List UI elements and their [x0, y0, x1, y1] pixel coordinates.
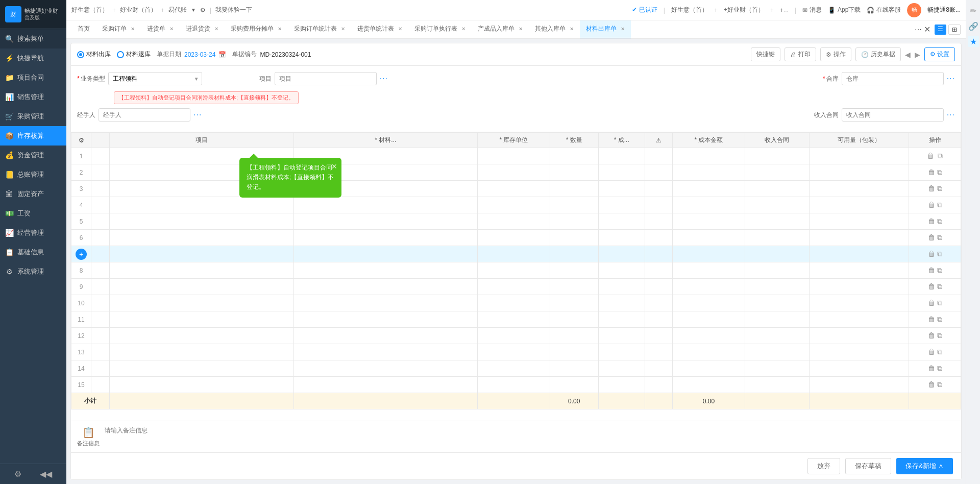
save-draft-button[interactable]: 保存草稿	[845, 458, 891, 474]
contract-more[interactable]: ···	[947, 110, 955, 119]
tab-close-goods[interactable]: ✕	[169, 26, 174, 32]
delete-icon[interactable]: 🗑	[928, 348, 935, 356]
delete-icon[interactable]: 🗑	[928, 250, 935, 258]
tab-grid-view[interactable]: ⊞	[948, 25, 961, 35]
sidebar-item-inventory[interactable]: 📦 库存核算	[0, 126, 66, 146]
row-unit[interactable]	[478, 148, 550, 164]
sidebar-item-accounting[interactable]: 📒 总账管理	[0, 165, 66, 184]
tab-close-stats[interactable]: ✕	[341, 26, 345, 32]
delete-icon[interactable]: 🗑	[928, 201, 935, 209]
sidebar-item-salary[interactable]: 💵 工资	[0, 204, 66, 223]
topbar-good-business2[interactable]: 好生意（首）	[671, 6, 708, 14]
sidebar-item-quick[interactable]: ⚡ 快捷导航	[0, 49, 66, 68]
tab-other-in[interactable]: 其他入库单 ✕	[529, 20, 580, 39]
right-tool-edit[interactable]: ✏	[968, 5, 979, 16]
tab-close-goods-stats[interactable]: ✕	[398, 26, 402, 32]
history-btn[interactable]: 🕐 历史单据	[855, 47, 901, 61]
topbar-trial[interactable]: 我要体验一下	[215, 6, 252, 14]
tab-purchase-stats[interactable]: 采购订单统计表 ✕	[288, 20, 351, 39]
row-cost[interactable]	[598, 148, 645, 164]
delete-icon[interactable]: 🗑	[928, 380, 935, 389]
tab-close-fee[interactable]: ✕	[278, 26, 282, 32]
sidebar-item-finance[interactable]: 💰 资金管理	[0, 146, 66, 165]
tab-purchase-order[interactable]: 采购订单 ✕	[96, 20, 141, 39]
tab-goods-receipt[interactable]: 进货单 ✕	[141, 20, 180, 39]
tab-close-exec[interactable]: ✕	[461, 26, 465, 32]
tooltip-close[interactable]: ✕	[331, 161, 337, 172]
project-input[interactable]	[275, 72, 377, 85]
row-available[interactable]	[809, 148, 909, 164]
row-quantity[interactable]	[550, 148, 598, 164]
topbar-more[interactable]: +...	[780, 7, 789, 14]
tab-more[interactable]: ⋯	[915, 26, 922, 34]
settings-icon[interactable]: ⚙	[14, 469, 21, 479]
delete-icon[interactable]: 🗑	[928, 331, 935, 340]
sidebar-item-system[interactable]: ⚙ 系统管理	[0, 262, 66, 281]
delete-icon[interactable]: 🗑	[928, 233, 935, 241]
copy-icon[interactable]: ⧉	[937, 266, 942, 274]
delete-icon[interactable]: 🗑	[928, 299, 935, 307]
handler-more[interactable]: ···	[193, 110, 202, 119]
prev-record[interactable]: ◀	[905, 51, 911, 59]
tab-material-out[interactable]: 材料出库单 ✕	[580, 20, 631, 39]
next-record[interactable]: ▶	[915, 51, 920, 59]
income-contract-input[interactable]	[842, 108, 944, 122]
notes-input[interactable]	[105, 426, 955, 447]
delete-icon[interactable]: 🗑	[928, 282, 935, 291]
tab-close-product[interactable]: ✕	[519, 26, 523, 32]
delete-icon[interactable]: 🗑	[928, 168, 935, 176]
delete-icon[interactable]: 🗑	[928, 266, 935, 274]
tab-home[interactable]: 首页	[71, 20, 96, 39]
handler-input[interactable]	[99, 108, 190, 122]
copy-icon[interactable]: ⧉	[937, 348, 942, 356]
delete-icon[interactable]: 🗑	[928, 184, 935, 192]
print-btn[interactable]: 🖨 打印	[785, 47, 816, 61]
discard-button[interactable]: 放弃	[807, 458, 840, 474]
user-avatar[interactable]: 畅	[907, 3, 921, 17]
copy-icon[interactable]: ⧉	[937, 184, 942, 192]
topbar-good-business[interactable]: 好生意（首）	[71, 6, 108, 14]
settings-btn[interactable]: ⚙ 设置	[924, 47, 955, 61]
quick-key-btn[interactable]: 快捷键	[751, 47, 780, 61]
tab-close-return[interactable]: ✕	[214, 26, 218, 32]
row-income-contract[interactable]	[745, 148, 809, 164]
delete-icon[interactable]: 🗑	[927, 152, 934, 160]
warehouse-more[interactable]: ···	[947, 74, 955, 83]
topbar-app-download[interactable]: 📱 App下载	[828, 6, 861, 14]
right-tool-star[interactable]: ★	[968, 36, 979, 47]
copy-icon[interactable]: ⧉	[938, 152, 943, 160]
copy-icon[interactable]: ⧉	[937, 282, 942, 291]
topbar-gear[interactable]: ⚙	[200, 7, 206, 14]
calendar-icon[interactable]: 📅	[218, 51, 226, 58]
copy-icon[interactable]: ⧉	[937, 331, 942, 340]
col-header-settings[interactable]: ⚙	[71, 133, 91, 148]
radio-material-out[interactable]: 材料出库	[77, 50, 111, 59]
tab-list-view[interactable]: ☰	[935, 25, 946, 35]
delete-icon[interactable]: 🗑	[928, 217, 935, 225]
tab-goods-return[interactable]: 进退货货 ✕	[180, 20, 225, 39]
copy-icon[interactable]: ⧉	[937, 380, 942, 389]
topbar-good-wealth[interactable]: 好业财（首）	[120, 6, 157, 14]
copy-icon[interactable]: ⧉	[937, 201, 942, 209]
delete-icon[interactable]: 🗑	[928, 315, 935, 323]
sidebar-item-operation[interactable]: 📈 经营管理	[0, 223, 66, 243]
tab-purchase-exec[interactable]: 采购订单执行表 ✕	[408, 20, 472, 39]
tab-close-purchase[interactable]: ✕	[131, 26, 135, 32]
topbar-good-wealth2[interactable]: +好业财（首）	[724, 6, 764, 14]
row-cost-amount[interactable]	[673, 148, 745, 164]
active-material-input[interactable]	[298, 250, 474, 258]
copy-icon[interactable]: ⧉	[937, 315, 942, 323]
business-type-input[interactable]	[108, 72, 202, 85]
add-row-button[interactable]: +	[76, 249, 87, 260]
topbar-online-service[interactable]: 🎧 在线客服	[867, 6, 901, 14]
sidebar-item-assets[interactable]: 🏛 固定资产	[0, 184, 66, 204]
sidebar-item-search[interactable]: 🔍 搜索菜单	[0, 29, 66, 49]
delete-icon[interactable]: 🗑	[928, 364, 935, 372]
tab-close-other[interactable]: ✕	[570, 26, 574, 32]
topbar-easy-agent[interactable]: 易代账	[168, 6, 187, 14]
copy-icon[interactable]: ⧉	[937, 364, 942, 372]
topbar-messages[interactable]: ✉ 消息	[802, 6, 822, 14]
sidebar-item-sales[interactable]: 📊 销售管理	[0, 87, 66, 107]
save-new-button[interactable]: 保存&新增 ∧	[896, 458, 953, 474]
tab-goods-stats[interactable]: 进货单统计表 ✕	[351, 20, 408, 39]
